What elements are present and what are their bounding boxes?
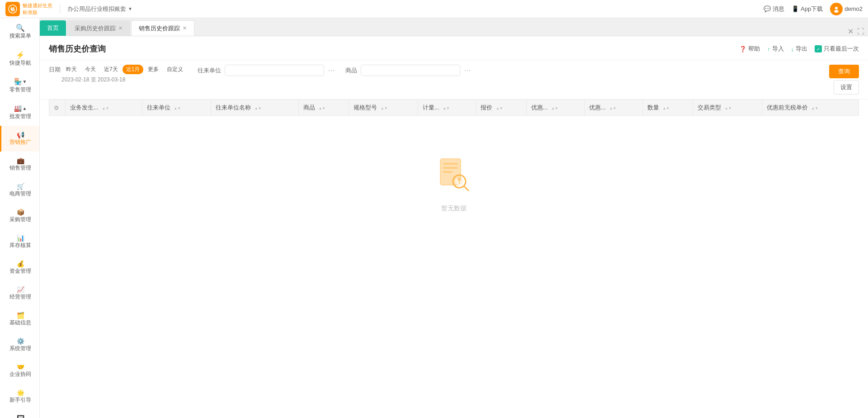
query-button[interactable]: 查询	[829, 65, 859, 78]
help-button[interactable]: ❓ 帮助	[739, 45, 760, 53]
settings-button[interactable]: 设置	[834, 80, 859, 95]
sidebar-item-marketing[interactable]: 📢 营销推广	[0, 126, 39, 152]
sales-icon: 💼	[3, 157, 38, 164]
chevron-up-icon: ▲	[23, 106, 27, 111]
tab-sales-history[interactable]: 销售历史价跟踪 ✕	[131, 20, 194, 36]
marketing-icon: 📢	[3, 131, 38, 138]
collab-icon: 🤝	[3, 363, 38, 370]
sidebar-item-system[interactable]: ⚙️ 系统管理	[0, 332, 39, 358]
manage-icon: 📈	[3, 286, 38, 293]
message-icon: 💬	[764, 5, 771, 12]
sidebar-item-search[interactable]: 🔍 搜索菜单	[0, 18, 39, 45]
sort-arrows-qty[interactable]: ▲▼	[662, 106, 670, 110]
merchant-dots-icon[interactable]: ···	[328, 66, 335, 75]
svg-rect-7	[443, 171, 452, 173]
goods-label: 商品	[345, 66, 357, 75]
goods-dots-icon[interactable]: ···	[464, 66, 471, 75]
close-tab-button[interactable]: ✕	[848, 27, 854, 36]
sidebar-item-finance[interactable]: 💰 资金管理	[0, 255, 39, 280]
divider	[60, 5, 60, 14]
sidebar-item-operations[interactable]: 📈 经营管理	[0, 280, 39, 306]
wholesale-icon: 🏭	[14, 104, 22, 112]
sidebar-item-quicknav[interactable]: ⚡ 快捷导航	[0, 45, 39, 72]
workspace-selector[interactable]: 办公用品行业模拟账套 ▼	[67, 5, 132, 13]
date-opt-7days[interactable]: 近7天	[100, 65, 122, 74]
sort-arrows-discount1[interactable]: ▲▼	[551, 106, 558, 110]
sort-arrows-goods[interactable]: ▲▼	[318, 106, 326, 110]
date-opt-yesterday[interactable]: 昨天	[62, 65, 80, 74]
th-discount2: 优惠... ▲▼	[585, 100, 643, 116]
page-content: 销售历史价查询 ❓ 帮助 ↑ 导入 ↓ 导出 ✓	[40, 36, 868, 418]
logo-text: 畅捷通好生意 标准版	[23, 2, 52, 15]
date-opt-more[interactable]: 更多	[144, 65, 162, 74]
query-block: 查询 设置	[829, 65, 859, 95]
sort-arrows-bizdate[interactable]: ▲▼	[102, 106, 109, 110]
search-icon: 🔍	[3, 24, 38, 32]
ecommerce-icon: 🛒	[3, 183, 38, 190]
date-opt-1month[interactable]: 近1月	[123, 65, 144, 74]
date-label: 日期	[49, 66, 61, 74]
sort-arrows-quote[interactable]: ▲▼	[496, 106, 503, 110]
th-spec: 规格型号 ▲▼	[349, 100, 418, 116]
goods-input[interactable]	[361, 65, 460, 76]
sort-arrows-unit[interactable]: ▲▼	[443, 106, 450, 110]
guide-icon: 🌟	[3, 389, 38, 396]
sort-arrows-merchant[interactable]: ▲▼	[174, 106, 181, 110]
inventory-icon: 📊	[3, 234, 38, 242]
th-discount1: 优惠... ▲▼	[526, 100, 585, 116]
sidebar: 🔍 搜索菜单 ⚡ 快捷导航 🏪 ▼ 零售管理 🏭 ▲ 批发管理 📢 营销推广	[0, 18, 40, 418]
date-opt-today[interactable]: 今天	[81, 65, 99, 74]
content-area: 首页 采购历史价跟踪 ✕ 销售历史价跟踪 ✕ ✕ ⛶ 销售历史价查询	[40, 18, 868, 418]
merchant-label: 往来单位	[198, 66, 221, 75]
sort-arrows-price[interactable]: ▲▼	[811, 106, 818, 110]
tab-close-sales[interactable]: ✕	[183, 25, 187, 31]
sort-arrows-merchant-name[interactable]: ▲▼	[255, 106, 262, 110]
logo-icon: 畅	[5, 2, 20, 16]
sidebar-item-appcenter[interactable]: 🔲 应用中心	[0, 409, 39, 418]
date-range-label: 2023-02-18 至 2023-03-18	[61, 76, 187, 84]
purchase-icon: 📦	[3, 209, 38, 216]
user-profile[interactable]: demo2	[830, 3, 863, 15]
th-merchant-code: 往来单位 ▲▼	[142, 100, 211, 116]
sort-arrows-trade[interactable]: ▲▼	[725, 106, 732, 110]
table-container: ⚙ 业务发生... ▲▼ 往来单位 ▲▼ 往来单位名称	[40, 100, 868, 249]
sidebar-item-collab[interactable]: 🤝 企业协同	[0, 358, 39, 384]
maximize-button[interactable]: ⛶	[857, 28, 864, 36]
tab-purchase-history[interactable]: 采购历史价跟踪 ✕	[67, 20, 130, 36]
avatar	[830, 3, 843, 15]
import-icon: ↑	[767, 46, 770, 52]
export-button[interactable]: ↓ 导出	[791, 45, 808, 53]
sidebar-item-purchase[interactable]: 📦 采购管理	[0, 203, 39, 229]
app-download-button[interactable]: 📱 App下载	[792, 5, 823, 13]
message-button[interactable]: 💬 消息	[764, 5, 784, 13]
sidebar-item-inventory[interactable]: 📊 库存核算	[0, 229, 39, 255]
app-icon: 🔲	[3, 415, 38, 418]
th-quote: 报价 ▲▼	[476, 100, 526, 116]
sidebar-item-sales[interactable]: 💼 销售管理	[0, 152, 39, 177]
svg-point-2	[835, 7, 838, 10]
nav-icon: ⚡	[3, 51, 38, 59]
sidebar-item-wholesale[interactable]: 🏭 ▲ 批发管理	[0, 99, 39, 126]
date-opt-custom[interactable]: 自定义	[163, 65, 187, 74]
sidebar-item-retail[interactable]: 🏪 ▼ 零售管理	[0, 72, 39, 99]
sort-arrows-discount2[interactable]: ▲▼	[609, 106, 617, 110]
merchant-input[interactable]	[225, 65, 324, 76]
chevron-down-icon: ▼	[23, 79, 27, 84]
tab-home[interactable]: 首页	[40, 20, 66, 36]
main-layout: 🔍 搜索菜单 ⚡ 快捷导航 🏪 ▼ 零售管理 🏭 ▲ 批发管理 📢 营销推广	[0, 18, 868, 418]
date-options: 昨天 今天 近7天 近1月 更多 自定义	[62, 65, 187, 74]
sidebar-item-basic[interactable]: 🗂️ 基础信息	[0, 306, 39, 332]
tab-close-purchase[interactable]: ✕	[118, 25, 123, 31]
table-settings-icon[interactable]: ⚙	[54, 104, 59, 111]
sidebar-item-ecommerce[interactable]: 🛒 电商管理	[0, 177, 39, 203]
filter-row: 日期 昨天 今天 近7天 近1月 更多 自定义 2023-02-18 至 202…	[40, 60, 868, 100]
page-title: 销售历史价查询	[49, 43, 106, 54]
import-button[interactable]: ↑ 导入	[767, 45, 784, 53]
empty-text: 暂无数据	[441, 204, 467, 213]
sort-arrows-spec[interactable]: ▲▼	[381, 106, 388, 110]
th-goods: 商品 ▲▼	[298, 100, 349, 116]
th-merchant-name: 往来单位名称 ▲▼	[211, 100, 299, 116]
only-last-toggle[interactable]: ✓ 只看最后一次	[815, 45, 859, 53]
sidebar-item-guide[interactable]: 🌟 新手引导	[0, 384, 39, 409]
help-icon: ❓	[739, 46, 746, 52]
